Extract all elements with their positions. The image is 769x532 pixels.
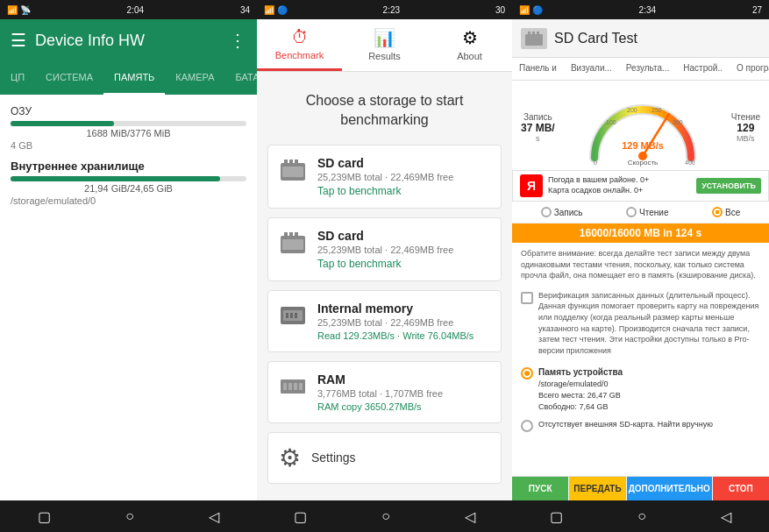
sd-item-action-1[interactable]: Tap to benchmark — [317, 185, 490, 197]
storage-option-internal[interactable]: Память устройства /storage/emulated/0 Вс… — [521, 363, 760, 415]
tab-camera[interactable]: КАМЕРА — [165, 61, 224, 95]
sd-item-name-2: SD card — [317, 229, 490, 243]
option-radio-external — [521, 420, 533, 432]
list-item[interactable]: SD card 25,239MB total · 22,469MB free T… — [267, 217, 502, 281]
radio-write[interactable]: Запись — [541, 207, 583, 217]
tabs-bar-2: ⏱ Benchmark 📊 Results ⚙ About — [257, 19, 512, 72]
read-unit: MB/s — [737, 134, 755, 143]
list-item[interactable]: Internal memory 25,239MB total · 22,469M… — [267, 290, 502, 352]
statusbar-1: 📶 📡 2:04 34 — [0, 0, 257, 19]
speed-display: Запись 37 MB/ s — [512, 81, 769, 170]
nav-square-2[interactable]: ▢ — [283, 505, 317, 528]
nav-square-3[interactable]: ▢ — [539, 505, 573, 528]
option-text-internal: Память устройства /storage/emulated/0 Вс… — [538, 366, 623, 412]
nav-triangle-3[interactable]: ◁ — [710, 505, 742, 528]
list-item[interactable]: SD card 25,239MB total · 22,469MB free T… — [267, 145, 502, 209]
svg-rect-8 — [295, 232, 298, 238]
ad-line-2: Карта осадков онлайн. 0+ — [548, 186, 691, 196]
toolbar-1: ☰ Device Info HW ⋮ — [0, 19, 257, 61]
bottom-buttons: ПУСК ПЕРЕДАТЬ ДОПОЛНИТЕЛЬНО СТОП — [512, 476, 769, 500]
panel3-title: SD Card Test — [554, 31, 637, 46]
nav-circle-3[interactable]: ○ — [627, 505, 657, 528]
subtab-results[interactable]: Результа... — [619, 58, 676, 80]
more-icon[interactable]: ⋮ — [229, 30, 246, 51]
subtab-about[interactable]: О програ.. — [730, 58, 769, 80]
nav-circle-1[interactable]: ○ — [115, 505, 145, 528]
status-icons-left-3: 📶 🔵 — [519, 5, 543, 15]
list-item[interactable]: ⚙ Settings — [267, 432, 502, 484]
radio-write-label: Запись — [554, 208, 583, 217]
install-button[interactable]: УСТАНОВИТЬ — [696, 178, 761, 194]
sd-card-icon-1 — [279, 158, 307, 188]
status-battery-1: 34 — [240, 5, 250, 15]
nav-triangle-2[interactable]: ◁ — [454, 505, 486, 528]
tab-results[interactable]: 📊 Results — [342, 19, 427, 71]
status-icons-left-1: 📶 📡 — [7, 5, 31, 15]
nav-circle-2[interactable]: ○ — [371, 505, 401, 528]
svg-rect-6 — [284, 232, 288, 238]
transfer-button[interactable]: ПЕРЕДАТЬ — [569, 477, 625, 500]
subtab-settings[interactable]: Настрой.. — [676, 58, 730, 80]
svg-rect-21 — [528, 32, 530, 36]
tab-system[interactable]: СИСТЕМА — [35, 61, 103, 95]
app-title-1: Device Info HW — [35, 32, 220, 50]
radio-all[interactable]: Все — [712, 207, 740, 217]
status-time-2: 2:23 — [383, 5, 400, 15]
subtab-panel[interactable]: Панель и — [512, 58, 564, 80]
ad-line-1: Погода в вашем районе. 0+ — [548, 175, 691, 186]
option-title-internal: Память устройства — [538, 366, 623, 379]
internal-memory-icon — [279, 303, 307, 334]
ram-fill — [11, 121, 114, 126]
svg-rect-23 — [537, 32, 539, 36]
radio-write-circle — [541, 207, 552, 217]
radio-read[interactable]: Чтение — [626, 207, 668, 217]
svg-text:0: 0 — [594, 160, 597, 166]
svg-text:300: 300 — [673, 119, 683, 125]
speedometer-wrapper: 129 MB/s 0 100 200 250 300 400 Скорость — [562, 88, 724, 167]
tab-cpu[interactable]: ЦП — [0, 61, 35, 95]
svg-rect-13 — [290, 313, 293, 318]
panel-device-info: 📶 📡 2:04 34 ☰ Device Info HW ⋮ ЦП СИСТЕМ… — [0, 0, 257, 532]
sd-item-detail-1: 25,239MB total · 22,469MB free — [317, 172, 490, 182]
sd-item-info-1: SD card 25,239MB total · 22,469MB free T… — [317, 156, 490, 197]
sd-item-action-2[interactable]: Tap to benchmark — [317, 258, 490, 270]
panel-benchmark: 📶 🔵 2:23 30 ⏱ Benchmark 📊 Results ⚙ Abou… — [257, 0, 512, 532]
storage-options: Память устройства /storage/emulated/0 Вс… — [512, 359, 769, 439]
status-icons-left-2: 📶 🔵 — [264, 5, 288, 15]
additional-button[interactable]: ДОПОЛНИТЕЛЬНО — [627, 477, 712, 500]
read-value: 129 — [737, 122, 754, 134]
svg-rect-22 — [532, 32, 535, 36]
benchmark-header: Choose a storage to start benchmarking — [267, 91, 502, 131]
verify-checkbox[interactable] — [521, 292, 533, 304]
stop-button[interactable]: СТОП — [713, 477, 769, 500]
storage-option-external[interactable]: Отсутствует внешняя SD-карта. Найти вруч… — [521, 415, 760, 436]
tab-battery[interactable]: БАТАРЕ — [225, 61, 257, 95]
sd-item-detail-2: 25,239MB total · 22,469MB free — [317, 245, 490, 255]
ram-label: ОЗУ — [11, 105, 246, 117]
info-text: Обратите внимание: всегда делайте тест з… — [512, 243, 769, 287]
toolbar-3: SD Card Test — [512, 19, 769, 58]
svg-rect-7 — [289, 232, 293, 238]
nav-triangle-1[interactable]: ◁ — [198, 505, 230, 528]
ram-progress-bar — [11, 121, 246, 126]
svg-text:Скорость: Скорость — [628, 159, 659, 167]
write-unit: s — [536, 134, 540, 143]
statusbar-2: 📶 🔵 2:23 30 — [257, 0, 512, 19]
list-item[interactable]: RAM 3,776MB total · 1,707MB free RAM cop… — [267, 361, 502, 423]
tab-about[interactable]: ⚙ About — [427, 19, 512, 71]
statusbar-3: 📶 🔵 2:34 27 — [512, 0, 769, 19]
start-button[interactable]: ПУСК — [512, 477, 568, 500]
ram-icon — [279, 374, 307, 405]
nav-bar-2: ▢ ○ ◁ — [257, 500, 512, 532]
nav-square-1[interactable]: ▢ — [27, 505, 61, 528]
menu-icon[interactable]: ☰ — [11, 30, 26, 51]
svg-text:400: 400 — [685, 160, 695, 166]
svg-rect-9 — [282, 239, 303, 250]
subtab-visual[interactable]: Визуали... — [564, 58, 619, 80]
tab-benchmark[interactable]: ⏱ Benchmark — [257, 19, 342, 71]
write-speed-display: Запись 37 MB/ s — [521, 112, 555, 143]
status-battery-2: 30 — [495, 5, 505, 15]
benchmark-content: Choose a storage to start benchmarking S… — [257, 72, 512, 500]
storage-section: Внутреннее хранилище 21,94 GiB/24,65 GiB… — [11, 160, 246, 206]
tab-memory[interactable]: ПАМЯТЬ — [103, 61, 165, 95]
